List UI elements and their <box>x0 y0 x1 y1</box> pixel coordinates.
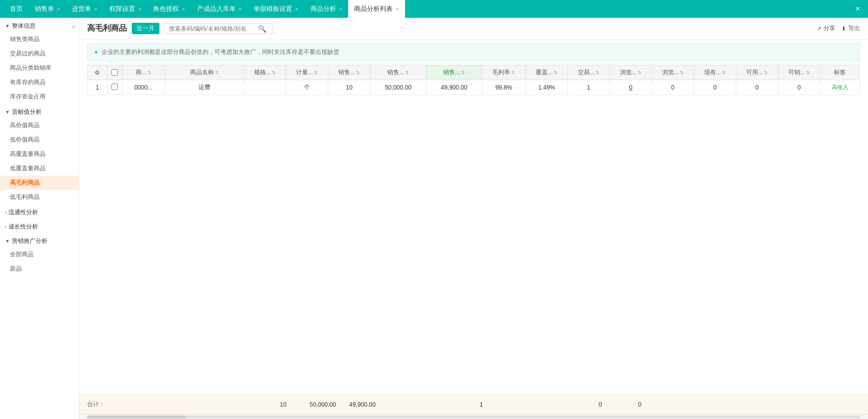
chevron-down-icon: ▼ <box>5 238 10 244</box>
sidebar-item-all-products[interactable]: 全部商品 <box>0 247 79 262</box>
export-label: 导出 <box>848 24 860 33</box>
sidebar-group-liquidity[interactable]: › 流通性分析 <box>0 204 79 219</box>
footer-label: 合计： <box>87 400 105 409</box>
th-coverage[interactable]: 覆盖... ⇅ <box>526 65 568 80</box>
cell-view1[interactable]: 0 <box>610 80 652 95</box>
th-sellable-stock[interactable]: 可销... ⇅ <box>778 65 820 80</box>
sidebar-item-traded-products[interactable]: 交易过的商品 <box>0 47 79 61</box>
sort-icon: ⇅ <box>148 70 152 75</box>
sidebar-item-high-value[interactable]: 高价值商品 <box>0 118 79 133</box>
chevron-right-icon: › <box>5 210 6 215</box>
sidebar-item-low-coverage[interactable]: 低覆盖量商品 <box>0 161 79 176</box>
share-button[interactable]: ↗ 分享 <box>817 24 835 33</box>
nav-tab-home-label: 首页 <box>10 4 23 13</box>
page-title: 高毛利商品 <box>87 23 127 34</box>
export-button[interactable]: ⬇ 导出 <box>841 24 860 33</box>
th-sales-amount[interactable]: 销售... ⇅ <box>370 65 426 80</box>
scrollbar-thumb[interactable] <box>87 416 186 419</box>
nav-tab-home[interactable]: 首页 <box>4 0 29 18</box>
th-view1[interactable]: 浏览... ⇅ <box>610 65 652 80</box>
th-unit[interactable]: 计量... ⇅ <box>286 65 328 80</box>
th-sales-count[interactable]: 销售... ⇅ <box>328 65 370 80</box>
sort-icon: ⇅ <box>511 70 515 75</box>
close-icon[interactable]: × <box>57 6 60 12</box>
sidebar-item-high-margin[interactable]: 高毛利商品 <box>0 176 79 190</box>
sidebar-group-growth[interactable]: › 成长性分析 <box>0 219 79 233</box>
sidebar-item-low-value[interactable]: 低价值商品 <box>0 133 79 147</box>
table-row: 1 0000... 运费 个 10 50,000.00 49,900.00 99… <box>88 80 860 95</box>
date-filter-button[interactable]: 近一月 <box>132 23 159 34</box>
th-gross-margin[interactable]: 毛利率 ⇅ <box>482 65 525 80</box>
sidebar-item-in-stock[interactable]: 有库存的商品 <box>0 75 79 90</box>
close-icon[interactable]: × <box>239 6 242 12</box>
th-tag[interactable]: 标签 <box>820 65 860 80</box>
th-name[interactable]: 商品名称 ⇅ <box>165 65 244 80</box>
th-checkbox[interactable] <box>107 65 122 80</box>
nav-tab-permission[interactable]: 权限设置 × <box>103 0 147 18</box>
sidebar: « ▼ 整体信息 销售类商品 交易过的商品 商品分类助销率 有库存的商品 库存资… <box>0 18 79 419</box>
close-icon[interactable]: × <box>138 6 141 12</box>
view1-link[interactable]: 0 <box>629 84 633 91</box>
footer-sales-count <box>115 401 263 408</box>
cell-sellable-stock: 0 <box>778 80 820 95</box>
cell-checkbox[interactable] <box>107 80 122 95</box>
cell-transaction: 1 <box>567 80 610 95</box>
th-spec[interactable]: 规格... ⇅ <box>244 65 286 80</box>
footer-cells: 10 50,000.00 49,900.00 1 0 0 <box>115 401 860 408</box>
nav-tab-product-inbound[interactable]: 产成品入库单 × <box>191 0 248 18</box>
th-current-stock[interactable]: 现有... ⇅ <box>694 65 736 80</box>
sort-icon: ⇅ <box>764 70 768 75</box>
nav-tab-template[interactable]: 单据模板设置 × <box>248 0 304 18</box>
close-icon[interactable]: × <box>94 6 97 12</box>
nav-tab-sales[interactable]: 销售单 × <box>29 0 66 18</box>
sidebar-group-liquidity-label: 流通性分析 <box>8 208 38 217</box>
cell-name: 运费 <box>165 80 244 95</box>
th-view2[interactable]: 浏览... ⇅ <box>652 65 694 80</box>
nav-tab-product-analysis-list[interactable]: 商品分析列表 × <box>348 0 405 18</box>
sort-icon: ⇅ <box>554 70 558 75</box>
th-sales-profit[interactable]: 销售... ⇅ <box>426 65 482 80</box>
window-close-button[interactable]: × <box>852 4 864 13</box>
cell-available-stock: 0 <box>736 80 778 95</box>
search-icon[interactable]: 🔍 <box>258 25 266 33</box>
sidebar-collapse-button[interactable]: « <box>69 22 79 32</box>
footer-coverage <box>422 401 461 408</box>
th-settings[interactable]: ⚙ <box>88 65 107 80</box>
th-code[interactable]: 商... ⇅ <box>122 65 165 80</box>
sidebar-group-overview[interactable]: ▼ 整体信息 <box>0 18 79 32</box>
nav-tab-role[interactable]: 角色授权 × <box>147 0 191 18</box>
th-available-stock[interactable]: 可用... ⇅ <box>736 65 778 80</box>
export-icon: ⬇ <box>841 25 846 32</box>
sidebar-item-stock-funds[interactable]: 库存资金占用 <box>0 90 79 104</box>
cell-spec <box>244 80 286 95</box>
nav-tab-product-analysis[interactable]: 商品分析 × <box>305 0 348 18</box>
tag-label: 高收入 <box>832 84 848 90</box>
close-icon[interactable]: × <box>182 6 185 12</box>
select-all-checkbox[interactable] <box>111 69 118 76</box>
sidebar-item-high-coverage[interactable]: 高覆盖量商品 <box>0 147 79 161</box>
sidebar-item-new-products[interactable]: 新品 <box>0 262 79 276</box>
table-header-row: ⚙ 商... ⇅ <box>88 65 860 80</box>
cell-code: 0000... <box>122 80 165 95</box>
info-icon: ✦ <box>94 49 99 56</box>
cell-current-stock: 0 <box>694 80 736 95</box>
search-input[interactable] <box>169 25 258 32</box>
sort-icon: ⇅ <box>272 70 276 75</box>
th-transaction[interactable]: 交易... ⇅ <box>567 65 610 80</box>
nav-tab-sales-label: 销售单 <box>35 4 54 13</box>
close-icon[interactable]: × <box>396 6 399 12</box>
sidebar-item-category-rate[interactable]: 商品分类助销率 <box>0 61 79 75</box>
footer-view1 <box>501 401 541 408</box>
nav-tab-purchase[interactable]: 进货单 × <box>66 0 103 18</box>
close-icon[interactable]: × <box>339 6 342 12</box>
sidebar-item-sales-products[interactable]: 销售类商品 <box>0 32 79 47</box>
cell-index: 1 <box>88 80 107 95</box>
close-icon[interactable]: × <box>295 6 298 12</box>
horizontal-scrollbar[interactable] <box>79 414 868 419</box>
sidebar-group-contribution[interactable]: ▼ 贡献值分析 <box>0 104 79 118</box>
row-checkbox[interactable] <box>111 84 118 90</box>
top-navigation: 首页 销售单 × 进货单 × 权限设置 × 角色授权 × 产成品入库单 × 单据… <box>0 0 868 18</box>
sidebar-item-low-margin[interactable]: 低毛利商品 <box>0 190 79 204</box>
sidebar-group-marketing[interactable]: ▼ 营销推广分析 <box>0 233 79 247</box>
cell-sales-profit: 49,900.00 <box>426 80 482 95</box>
